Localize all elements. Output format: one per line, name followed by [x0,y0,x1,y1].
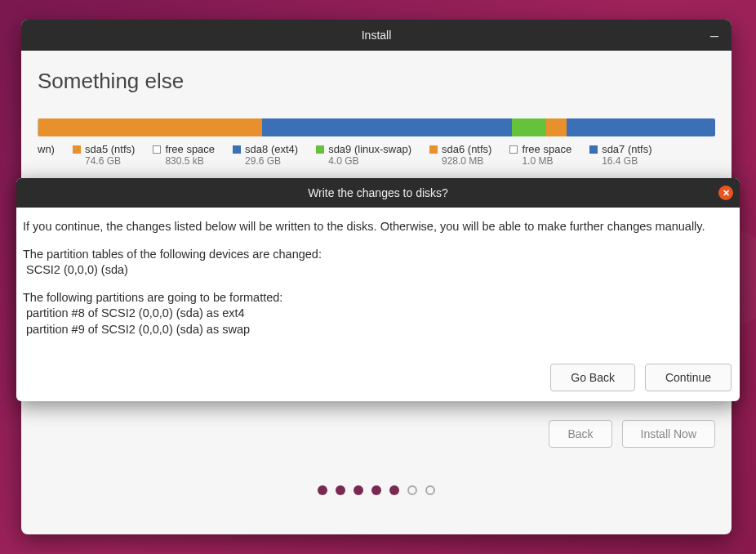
legend-item: sda6 (ntfs)928.0 MB [429,143,491,167]
progress-dots [38,485,715,495]
legend-color-swatch [509,145,518,154]
partition-segment [512,118,545,136]
back-button[interactable]: Back [549,420,611,448]
progress-dot [354,485,363,495]
install-now-button[interactable]: Install Now [622,420,715,448]
legend-label: sda8 (ext4) [245,143,298,155]
legend-color-swatch [153,145,161,154]
partition-segment [262,118,513,136]
partition-usage-bar [38,118,715,136]
legend-size: 16.4 GB [602,155,651,167]
legend-label: sda6 (ntfs) [442,143,491,155]
legend-item: sda8 (ext4)29.6 GB [233,143,298,167]
progress-dot [336,485,345,495]
legend-item: sda9 (linux-swap)4.0 GB [316,143,411,167]
footer-buttons: Back Install Now [38,420,715,448]
legend-label: sda7 (ntfs) [602,143,651,155]
legend-label: sda9 (linux-swap) [328,143,411,155]
window-title: Install [362,29,392,42]
legend-size: 928.0 MB [442,155,491,167]
legend-size: 29.6 GB [245,155,298,167]
dialog-tables-item: SCSI2 (0,0,0) (sda) [23,262,733,279]
dialog-buttons: Go Back Continue [16,355,740,401]
dialog-body: If you continue, the changes listed belo… [16,208,740,355]
legend-label: free space [165,143,215,155]
progress-dot [318,485,327,495]
confirm-write-dialog: Write the changes to disks? ✕ If you con… [16,178,740,401]
legend-item: sda7 (ntfs)16.4 GB [589,143,651,167]
legend-item: wn) [38,143,55,167]
legend-size: 1.0 MB [522,155,571,167]
dialog-title: Write the changes to disks? [308,186,448,199]
close-icon[interactable]: ✕ [718,185,733,200]
page-title: Something else [38,69,715,94]
legend-item: sda5 (ntfs)74.6 GB [73,143,135,167]
legend-size: 830.5 kB [165,155,215,167]
dialog-intro-text: If you continue, the changes listed belo… [23,219,733,235]
dialog-titlebar: Write the changes to disks? ✕ [16,178,740,208]
continue-button[interactable]: Continue [645,364,732,391]
progress-dot [371,485,381,495]
partition-segment [38,118,262,136]
legend-pre-text: wn) [38,143,55,155]
partition-segment [546,118,567,136]
progress-dot [389,485,399,495]
minimize-icon[interactable]: – [707,28,722,42]
dialog-format-item-1: partition #8 of SCSI2 (0,0,0) (sda) as e… [23,306,733,322]
partition-segment [567,118,715,136]
legend-color-swatch [589,145,598,154]
legend-color-swatch [429,145,438,154]
dialog-format-header: The following partitions are going to be… [23,290,733,306]
legend-item: free space1.0 MB [509,143,571,167]
legend-label: sda5 (ntfs) [85,143,135,155]
window-titlebar: Install – [21,20,732,51]
partition-legend: wn)sda5 (ntfs)74.6 GBfree space830.5 kBs… [38,143,715,167]
legend-item: free space830.5 kB [153,143,215,167]
legend-color-swatch [73,145,81,154]
legend-size: 74.6 GB [85,155,135,167]
dialog-tables-header: The partition tables of the following de… [23,247,733,263]
dialog-format-item-2: partition #9 of SCSI2 (0,0,0) (sda) as s… [23,322,733,338]
legend-color-swatch [233,145,241,154]
legend-size: 4.0 GB [328,155,411,167]
progress-dot [407,485,417,495]
legend-label: free space [522,143,571,155]
go-back-button[interactable]: Go Back [550,364,635,391]
progress-dot [425,485,435,495]
legend-color-swatch [316,145,324,154]
